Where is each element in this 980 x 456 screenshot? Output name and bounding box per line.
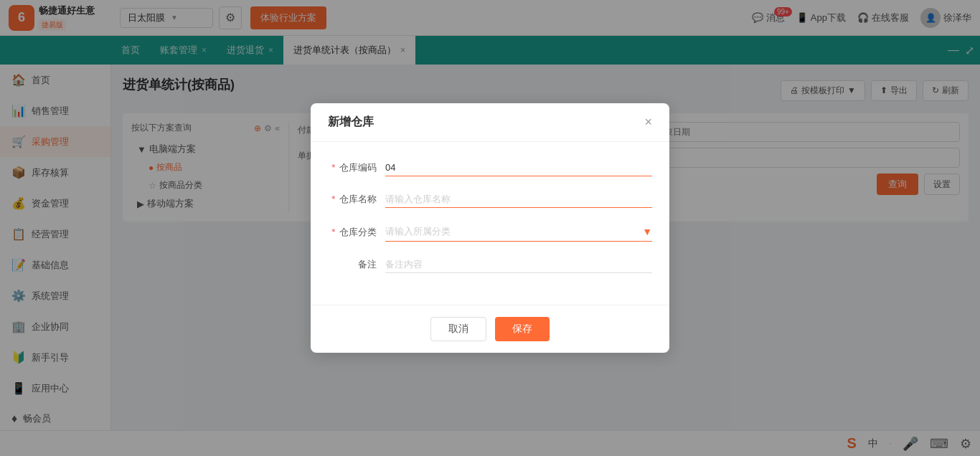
warehouse-note-input[interactable]: [385, 256, 652, 273]
form-row-name: * 仓库名称: [328, 191, 652, 208]
cancel-button[interactable]: 取消: [430, 317, 486, 341]
name-label: * 仓库名称: [328, 193, 385, 206]
save-button[interactable]: 保存: [495, 317, 550, 341]
required-mark-category: *: [331, 227, 335, 237]
form-row-code: * 仓库编码: [328, 159, 652, 176]
form-row-category: * 仓库分类 请输入所属分类 ▼: [328, 222, 652, 242]
category-chevron-icon: ▼: [642, 226, 652, 237]
warehouse-name-input[interactable]: [385, 191, 652, 208]
warehouse-code-input[interactable]: [385, 159, 652, 176]
modal-body: * 仓库编码 * 仓库名称 * 仓库分类 请输入所属: [311, 142, 669, 305]
required-mark-name: *: [331, 194, 335, 204]
code-label: * 仓库编码: [328, 161, 385, 174]
modal-overlay[interactable]: 新增仓库 × * 仓库编码 * 仓库名称: [0, 0, 980, 456]
note-label: 备注: [328, 258, 385, 271]
add-warehouse-modal: 新增仓库 × * 仓库编码 * 仓库名称: [311, 103, 669, 353]
required-mark: *: [331, 162, 335, 173]
modal-close-button[interactable]: ×: [644, 115, 652, 130]
form-row-note: 备注: [328, 256, 652, 273]
category-label: * 仓库分类: [328, 226, 385, 239]
warehouse-category-select[interactable]: 请输入所属分类 ▼: [385, 222, 652, 242]
modal-header: 新增仓库 ×: [311, 103, 669, 142]
modal-footer: 取消 保存: [311, 305, 669, 353]
modal-title: 新增仓库: [328, 115, 374, 130]
